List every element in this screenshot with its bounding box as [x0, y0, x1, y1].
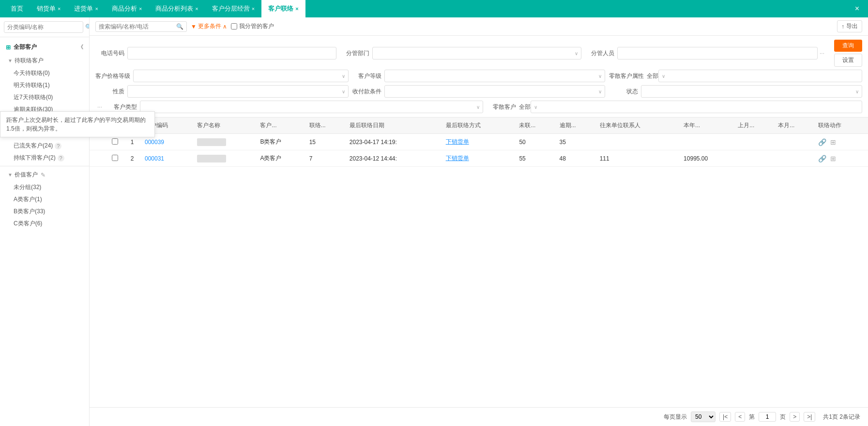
sidebar-item-tomorrow[interactable]: 明天待联络(1)	[0, 79, 89, 91]
sidebar-item-lost[interactable]: 已流失客户(24) ?	[0, 140, 89, 152]
per-page-select[interactable]: 50 20 100	[691, 411, 716, 422]
page-input[interactable]	[759, 412, 776, 422]
filter-person-select[interactable]	[617, 47, 818, 59]
adv-filter-row3: 性质 ∨ 收付款条件 ∨ 状态	[95, 85, 862, 98]
sidebar-price-group-title[interactable]: ▼ 价值客户 ✎	[0, 168, 89, 181]
row1-this-month	[775, 134, 815, 150]
row2-checkbox[interactable]	[112, 155, 118, 161]
col-action-header: 联络动作	[815, 118, 868, 134]
filter-phone-input[interactable]	[127, 47, 336, 59]
col-contact-header: 联络...	[306, 118, 347, 134]
row1-grid-icon[interactable]: ⊞	[830, 138, 836, 146]
sidebar-item-declining[interactable]: 持续下滑客户(2) ?	[0, 152, 89, 164]
filter-scattered-attr-select[interactable]: ∨	[658, 70, 862, 82]
filter-search-input[interactable]	[99, 23, 176, 30]
nav-close-customer-tier[interactable]: ×	[252, 6, 255, 12]
row1-type: B类客户	[257, 134, 306, 150]
filter-dots-btn[interactable]: ···	[95, 103, 104, 110]
edit-icon[interactable]: ✎	[41, 172, 46, 178]
page-unit: 页	[780, 413, 786, 421]
close-all-button[interactable]: ×	[850, 4, 864, 13]
chevron-down-icon3: ∨	[598, 73, 602, 79]
page-prev-btn[interactable]: <	[735, 412, 745, 422]
row2-grid-icon[interactable]: ⊞	[830, 155, 836, 162]
filter-nature-select[interactable]: ∨	[127, 85, 349, 98]
nav-close-sales[interactable]: ×	[58, 6, 61, 12]
sidebar-group-pending-title[interactable]: ▼ 待联络客户	[0, 54, 89, 67]
nav-customer-tier[interactable]: 客户分层经营 ×	[205, 0, 261, 17]
row2-action: 🔗 ⊞	[815, 150, 868, 167]
nav-close-customer-contact[interactable]: ×	[295, 6, 298, 12]
filter-dept-select[interactable]: ∨	[372, 47, 581, 59]
col-overdue-header: 逾期...	[557, 118, 597, 134]
filter-scattered-attr: 零散客户属性 全部 ∨	[609, 70, 862, 82]
tooltip-box: 距客户上次交易时长，超过了此客户的平均交易周期的1.5倍，则视为异常。	[0, 111, 90, 137]
filter-scattered-customer-select[interactable]: ∨	[531, 101, 862, 113]
nav-sales[interactable]: 销货单 ×	[30, 0, 67, 17]
sidebar-group-pending: ▼ 待联络客户 今天待联络(0) 明天待联络(1) 近7天待联络(0) 逾期未联…	[0, 54, 89, 116]
page-first-btn[interactable]: |<	[719, 412, 731, 422]
filter-nature: 性质 ∨	[95, 85, 349, 98]
filter-icon: ▼	[191, 23, 197, 30]
sidebar-item-ungroup[interactable]: 未分组(32)	[0, 181, 89, 193]
filter-scattered-attr-label: 零散客户属性	[609, 72, 644, 80]
chevron-down-icon5: ∨	[342, 89, 345, 94]
col-unit-contact-header: 往来单位联系人	[597, 118, 681, 134]
export-button[interactable]: ↑ 导出	[837, 20, 862, 32]
sidebar-search-input[interactable]	[4, 21, 83, 33]
nav-product-analysis[interactable]: 商品分析 ×	[105, 0, 149, 17]
filter-customer-level-select[interactable]: ∨	[384, 70, 606, 82]
filter-price-level: 客户价格等级 ∨	[95, 70, 349, 82]
nav-home[interactable]: 首页	[4, 0, 30, 17]
table-area: ⚙ # 客户编码 客户名称 客户... 联络... 最后联络日期 最后联络方式 …	[90, 118, 868, 407]
nav-product-list[interactable]: 商品分析列表 ×	[149, 0, 205, 17]
page-next-btn[interactable]: >	[790, 412, 800, 422]
adv-filter-row2: 客户价格等级 ∨ 客户等级 ∨ 零散客户属性 全部	[95, 70, 862, 82]
set-button[interactable]: 设置	[834, 54, 862, 67]
filter-payment-select[interactable]: ∨	[384, 85, 606, 98]
sidebar-item-7days[interactable]: 近7天待联络(0)	[0, 91, 89, 103]
filter-search-wrap: 🔍	[95, 21, 187, 32]
sidebar-all-customers[interactable]: ⊞ 全部客户 《	[0, 40, 89, 54]
nav-close-product-analysis[interactable]: ×	[139, 6, 142, 12]
sidebar-collapse-btn[interactable]: 《	[78, 44, 83, 51]
filter-search-icon[interactable]: 🔍	[176, 23, 183, 30]
nav-close-product-list[interactable]: ×	[195, 6, 198, 12]
row1-name	[194, 134, 257, 150]
col-this-year-header: 本年...	[681, 118, 735, 134]
filter-person-dots[interactable]: ···	[818, 50, 826, 57]
my-customers-checkbox[interactable]	[231, 23, 237, 29]
page-last-btn[interactable]: >|	[804, 412, 815, 422]
nav-purchase[interactable]: 进货单 ×	[67, 0, 105, 17]
sidebar-search-icon[interactable]: 🔍	[85, 24, 90, 30]
row2-last-method: 下销货单	[443, 150, 517, 167]
my-customers-check: 我分管的客户	[231, 22, 274, 30]
customers-table: ⚙ # 客户编码 客户名称 客户... 联络... 最后联络日期 最后联络方式 …	[90, 118, 868, 167]
filter-status-select[interactable]: ∨	[641, 85, 862, 98]
filter-payment: 收付款条件 ∨	[352, 85, 606, 98]
sidebar-item-a-class[interactable]: A类客户(1)	[0, 193, 89, 206]
sidebar-item-b-class[interactable]: B类客户(33)	[0, 206, 89, 218]
table-body: 1 000039 B类客户 15 2023-04-17 14:19: 下销货单 …	[90, 134, 868, 167]
sidebar-divider	[0, 166, 89, 166]
col-name-header: 客户名称	[194, 118, 257, 134]
chevron-down-icon6: ∨	[598, 89, 602, 94]
sidebar-item-today[interactable]: 今天待联络(0)	[0, 67, 89, 79]
filter-nature-label: 性质	[95, 88, 124, 96]
more-conditions-btn[interactable]: ▼ 更多条件 ∧	[191, 22, 227, 30]
nav-close-purchase[interactable]: ×	[95, 6, 98, 12]
adv-filter-row4: ··· 客户类型 ∨ 零散客户 全部 ∨	[95, 101, 862, 113]
row1-checkbox[interactable]	[112, 138, 118, 145]
chevron-down-icon4: ∨	[662, 73, 665, 79]
row2-unit-contact: 111	[597, 150, 681, 167]
filter-customer-type-select[interactable]: ∨	[140, 101, 483, 113]
sidebar-item-c-class[interactable]: C类客户(6)	[0, 218, 89, 230]
table-header-row: ⚙ # 客户编码 客户名称 客户... 联络... 最后联络日期 最后联络方式 …	[90, 118, 868, 134]
filter-person: 分管人员 ···	[585, 47, 826, 59]
nav-customer-contact[interactable]: 客户联络 ×	[261, 0, 305, 17]
query-button[interactable]: 查询	[834, 40, 862, 52]
row1-link-icon[interactable]: 🔗	[818, 138, 826, 146]
filter-price-level-select[interactable]: ∨	[133, 70, 349, 82]
row2-link-icon[interactable]: 🔗	[818, 155, 826, 162]
row2-code[interactable]: 000031	[142, 150, 194, 167]
